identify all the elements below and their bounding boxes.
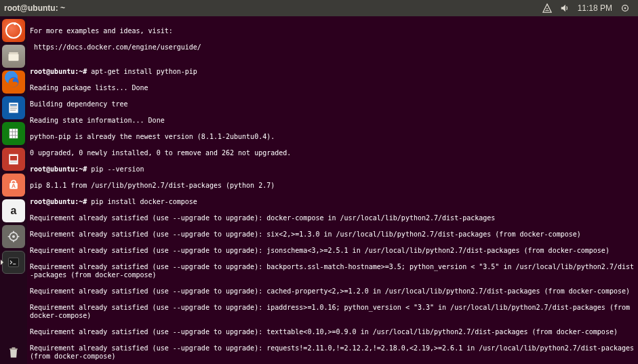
software-icon: A bbox=[7, 178, 20, 192]
files-app[interactable] bbox=[2, 45, 25, 68]
amazon-icon: a bbox=[11, 205, 17, 217]
speaker-icon bbox=[560, 3, 570, 13]
terminal-output[interactable]: For more examples and ideas, visit: http… bbox=[27, 16, 638, 364]
term-line: root@ubuntu:~# apt-get install python-pi… bbox=[30, 68, 635, 76]
term-line: root@ubuntu:~# pip --version bbox=[30, 165, 635, 174]
system-settings-app[interactable] bbox=[2, 225, 25, 248]
prompt: root@ubuntu:~# bbox=[30, 68, 87, 75]
svg-rect-30 bbox=[12, 348, 16, 349]
firefox-icon bbox=[7, 75, 20, 89]
svg-rect-2 bbox=[9, 52, 18, 54]
libreoffice-writer-app[interactable] bbox=[2, 96, 25, 119]
impress-icon bbox=[7, 153, 20, 166]
network-indicator[interactable] bbox=[538, 3, 556, 13]
svg-rect-7 bbox=[10, 106, 17, 107]
term-line: Requirement already satisfied (use --upg… bbox=[30, 304, 635, 320]
sound-indicator[interactable] bbox=[556, 3, 574, 13]
svg-rect-18 bbox=[10, 161, 17, 163]
amazon-app[interactable]: a bbox=[2, 199, 25, 222]
term-line: Requirement already satisfied (use --upg… bbox=[30, 287, 635, 296]
terminal-icon bbox=[7, 256, 20, 269]
term-line: 0 upgraded, 0 newly installed, 0 to remo… bbox=[30, 149, 635, 157]
term-line: Building dependency tree bbox=[30, 100, 635, 108]
term-line: Requirement already satisfied (use --upg… bbox=[30, 344, 635, 361]
dash-button[interactable] bbox=[2, 19, 25, 42]
terminal-app[interactable] bbox=[2, 251, 25, 274]
firefox-app[interactable] bbox=[2, 70, 25, 94]
files-icon bbox=[7, 49, 20, 63]
ubuntu-logo-icon bbox=[5, 22, 22, 39]
svg-rect-27 bbox=[9, 258, 19, 266]
svg-rect-10 bbox=[9, 129, 18, 139]
svg-point-22 bbox=[12, 235, 15, 238]
svg-point-1 bbox=[624, 7, 626, 9]
term-line: Requirement already satisfied (use --upg… bbox=[30, 247, 635, 255]
window-title: root@ubuntu: ~ bbox=[4, 3, 65, 13]
term-line: Reading package lists... Done bbox=[30, 84, 635, 92]
term-line: root@ubuntu:~# pip install docker-compos… bbox=[30, 198, 635, 206]
svg-rect-17 bbox=[10, 156, 17, 161]
term-line: python-pip is already the newest version… bbox=[30, 133, 635, 141]
ubuntu-software-app[interactable]: A bbox=[2, 174, 25, 197]
svg-rect-6 bbox=[10, 104, 17, 106]
prompt: root@ubuntu:~# bbox=[30, 165, 87, 173]
term-line: Requirement already satisfied (use --upg… bbox=[30, 230, 635, 239]
term-line: pip 8.1.1 from /usr/lib/python2.7/dist-p… bbox=[30, 182, 635, 190]
session-indicator[interactable] bbox=[616, 3, 634, 13]
svg-rect-8 bbox=[10, 108, 17, 109]
libreoffice-calc-app[interactable] bbox=[2, 122, 25, 145]
term-line: Requirement already satisfied (use --upg… bbox=[30, 263, 635, 279]
svg-rect-9 bbox=[10, 110, 16, 110]
svg-text:A: A bbox=[12, 182, 16, 189]
cmd: apt-get install python-pip bbox=[87, 68, 197, 75]
term-line: Requirement already satisfied (use --upg… bbox=[30, 328, 635, 336]
term-line: Requirement already satisfied (use --upg… bbox=[30, 214, 635, 222]
calc-icon bbox=[7, 127, 20, 140]
term-line: https://docs.docker.com/engine/userguide… bbox=[30, 43, 635, 52]
cmd: pip --version bbox=[87, 165, 144, 173]
svg-rect-5 bbox=[9, 103, 18, 113]
settings-gear-icon bbox=[7, 230, 20, 243]
network-icon bbox=[542, 3, 552, 13]
cmd: pip install docker-compose bbox=[87, 198, 197, 205]
term-line: For more examples and ideas, visit: bbox=[30, 27, 635, 35]
term-line: Reading state information... Done bbox=[30, 117, 635, 125]
clock[interactable]: 11:18 PM bbox=[574, 3, 616, 13]
svg-rect-29 bbox=[9, 348, 18, 350]
svg-rect-3 bbox=[9, 54, 19, 61]
libreoffice-impress-app[interactable] bbox=[2, 148, 25, 171]
launcher: A a bbox=[0, 16, 27, 364]
top-panel: root@ubuntu: ~ 11:18 PM bbox=[0, 0, 638, 16]
prompt: root@ubuntu:~# bbox=[30, 198, 87, 205]
writer-icon bbox=[7, 101, 20, 115]
trash-icon bbox=[7, 346, 20, 359]
gear-icon bbox=[620, 3, 630, 13]
trash-app[interactable] bbox=[2, 341, 25, 364]
